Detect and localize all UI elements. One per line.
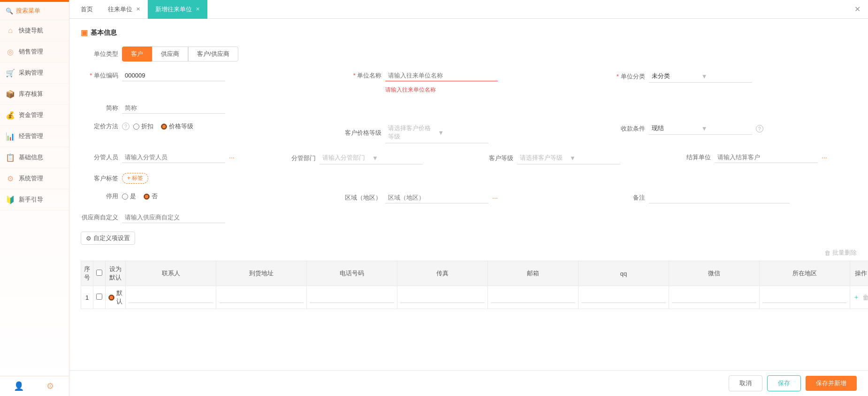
- sidebar-settings-icon[interactable]: ⚙: [36, 381, 65, 391]
- email-input[interactable]: [491, 292, 575, 303]
- payment-terms-select[interactable]: 现结 ▼: [649, 122, 752, 135]
- wechat-input[interactable]: [672, 292, 756, 303]
- phone-input[interactable]: [310, 292, 394, 303]
- add-tag-btn[interactable]: + 标签: [122, 173, 148, 184]
- tab-new-partner[interactable]: 新增往来单位 ✕: [148, 0, 207, 19]
- sidebar-item-quick-nav[interactable]: ⌂ 快捷导航: [0, 20, 69, 41]
- customer-level-select[interactable]: 请选择客户等级 ▼: [517, 152, 620, 164]
- col-default: 设为默认: [106, 261, 126, 286]
- region-input-group: ···: [385, 192, 593, 203]
- pricing-help-icon[interactable]: ?: [122, 123, 129, 130]
- tab-home[interactable]: 首页: [73, 0, 100, 19]
- custom-settings-label: 自定义项设置: [93, 234, 130, 242]
- unit-category-group: 单位分类 未分类 ▼: [608, 70, 857, 83]
- sidebar-item-basic[interactable]: 📋 基础信息: [0, 147, 69, 168]
- disabled-no-input[interactable]: [144, 194, 150, 200]
- unit-category-arrow-icon: ▼: [701, 73, 749, 80]
- sidebar-item-finance[interactable]: 💰 资金管理: [0, 105, 69, 126]
- unit-code-input[interactable]: [122, 70, 225, 81]
- tab-new-partner-close[interactable]: ✕: [196, 6, 200, 12]
- pricing-radio-group: 折扣 价格等级: [133, 122, 193, 131]
- sidebar-item-inventory[interactable]: 📦 库存核算: [0, 84, 69, 105]
- sidebar-search[interactable]: 🔍 搜索菜单: [0, 2, 69, 20]
- short-name-label: 简称: [81, 104, 118, 112]
- disabled-no[interactable]: 否: [144, 192, 158, 201]
- pricing-radio-level-input[interactable]: [161, 124, 167, 130]
- row-checkbox[interactable]: [96, 294, 102, 300]
- remarks-input[interactable]: [649, 192, 790, 203]
- pricing-level-label: 价格等级: [169, 122, 193, 131]
- row-default-radio[interactable]: [108, 295, 114, 301]
- sidebar-user-icon[interactable]: 👤: [5, 381, 33, 391]
- type-btn-customer[interactable]: 客户: [122, 47, 152, 62]
- disabled-yes[interactable]: 是: [122, 192, 136, 201]
- main-area: 首页 往来单位 ✕ 新增往来单位 ✕ ✕ ▣ 基本信息 单位类型 客户 供应商 …: [69, 0, 868, 396]
- customer-price-level-select[interactable]: 请选择客户价格等级 ▼: [385, 122, 488, 143]
- sidebar-item-sales[interactable]: ◎ 销售管理: [0, 41, 69, 62]
- disabled-yes-input[interactable]: [122, 194, 128, 200]
- settings-gear-icon: ⚙: [86, 235, 91, 242]
- payment-terms-label: 收款条件: [608, 124, 645, 133]
- settlement-unit-more-btn[interactable]: ···: [820, 154, 829, 161]
- tab-partners-close[interactable]: ✕: [136, 6, 140, 12]
- disabled-group: 停用 是 否: [81, 192, 330, 201]
- sidebar-item-system[interactable]: ⚙ 系统管理: [0, 168, 69, 189]
- section-title: 基本信息: [91, 29, 117, 37]
- remarks-group: 备注: [608, 192, 857, 203]
- custom-settings-btn[interactable]: ⚙ 自定义项设置: [81, 232, 135, 245]
- customer-tags-group: 客户标签 + 标签: [81, 173, 857, 184]
- save-button[interactable]: 保存: [767, 375, 801, 391]
- type-btn-both[interactable]: 客户/供应商: [188, 47, 238, 62]
- operations-icon: 📊: [6, 132, 15, 141]
- batch-delete-btn[interactable]: 🗑 批量删除: [824, 248, 857, 257]
- region-input[interactable]: [385, 192, 488, 203]
- supplier-custom-label: 供应商自定义: [81, 213, 118, 222]
- sidebar-item-purchase[interactable]: 🛒 采购管理: [0, 62, 69, 84]
- row-region-input[interactable]: [762, 292, 847, 303]
- unit-category-select[interactable]: 未分类 ▼: [649, 70, 752, 83]
- save-add-button[interactable]: 保存并新增: [806, 376, 857, 391]
- payment-terms-arrow-icon: ▼: [701, 125, 749, 132]
- supplier-custom-input[interactable]: [122, 212, 225, 223]
- qq-input[interactable]: [581, 292, 666, 303]
- close-all-tabs[interactable]: ✕: [851, 5, 864, 14]
- table-toolbar: 🗑 批量删除: [81, 248, 857, 257]
- short-name-input[interactable]: [122, 102, 225, 114]
- region-group: 区域（地区） ···: [344, 192, 593, 203]
- row-default-radio-label[interactable]: 默认: [108, 289, 122, 306]
- add-row-btn[interactable]: ＋: [853, 293, 860, 302]
- col-phone: 电话号码: [307, 261, 397, 286]
- cancel-button[interactable]: 取消: [729, 375, 762, 391]
- sidebar-item-operations[interactable]: 📊 经营管理: [0, 126, 69, 147]
- department-select[interactable]: 请输入分管部门 ▼: [320, 152, 423, 164]
- address-input[interactable]: [219, 292, 304, 303]
- supervisor-more-btn[interactable]: ···: [227, 154, 236, 161]
- tab-partners[interactable]: 往来单位 ✕: [100, 0, 148, 19]
- contact-input[interactable]: [129, 292, 213, 303]
- fax-input[interactable]: [400, 292, 485, 303]
- unit-name-group: 单位名称 请输入往来单位名称: [344, 70, 593, 94]
- customer-tags-row: 客户标签 + 标签: [81, 173, 857, 184]
- col-qq: qq: [579, 261, 669, 286]
- select-all-checkbox[interactable]: [96, 270, 102, 276]
- sidebar-item-guide-label: 新手引导: [19, 195, 43, 204]
- col-fax: 传真: [397, 261, 488, 286]
- table-row: 1 默认: [81, 286, 868, 309]
- delete-row-btn[interactable]: 🗑: [862, 294, 868, 301]
- region-more-btn[interactable]: ···: [490, 194, 500, 202]
- settlement-unit-input[interactable]: [715, 152, 818, 163]
- customer-price-level-label: 客户价格等级: [344, 129, 381, 137]
- pricing-radio-discount-input[interactable]: [133, 124, 139, 130]
- supervisor-input[interactable]: [122, 152, 225, 163]
- remarks-label: 备注: [608, 194, 645, 202]
- unit-name-input[interactable]: [385, 70, 498, 81]
- pricing-radio-discount[interactable]: 折扣: [133, 122, 153, 131]
- type-btn-supplier[interactable]: 供应商: [152, 47, 188, 62]
- payment-help-icon[interactable]: ?: [756, 125, 763, 132]
- search-icon: 🔍: [6, 8, 13, 15]
- customer-price-level-placeholder: 请选择客户价格等级: [388, 124, 436, 141]
- pricing-radio-level[interactable]: 价格等级: [161, 122, 193, 131]
- sales-icon: ◎: [6, 47, 15, 56]
- department-arrow-icon: ▼: [372, 155, 420, 162]
- sidebar-item-guide[interactable]: 🔰 新手引导: [0, 189, 69, 210]
